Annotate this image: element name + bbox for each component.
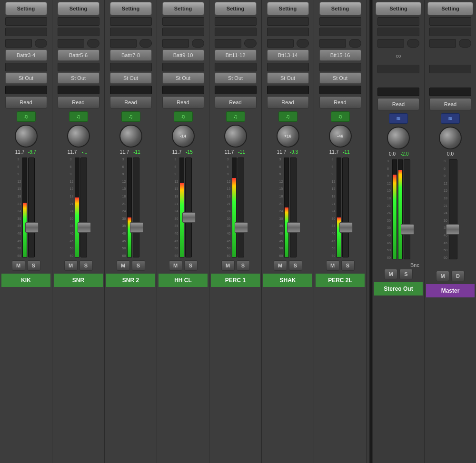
- plugin-slot-1-snr2[interactable]: [110, 17, 152, 26]
- plugin-slot-3-perc1[interactable]: [215, 63, 257, 71]
- setting-btn-snr[interactable]: Setting: [58, 2, 99, 15]
- plugin-slot-1-kik[interactable]: [5, 17, 47, 26]
- plugin-slot-2-perc1[interactable]: [215, 28, 257, 36]
- plugin-slot-2-perc2l[interactable]: [319, 28, 361, 36]
- plugin-slot-1-perc2l[interactable]: [319, 17, 361, 26]
- music-icon-btn-perc1[interactable]: ♫: [226, 111, 245, 122]
- mute-btn-perc1[interactable]: M: [221, 260, 235, 271]
- plugin-slot-1-shak[interactable]: [267, 17, 309, 26]
- setting-btn-hhcl[interactable]: Setting: [162, 2, 204, 15]
- read-btn-master[interactable]: Read: [429, 98, 471, 110]
- fader-handle-perc2l[interactable]: [339, 222, 353, 233]
- fader-handle-master[interactable]: [446, 224, 459, 235]
- mute-btn-kik[interactable]: M: [12, 260, 25, 271]
- knob-hhcl[interactable]: -14: [172, 125, 195, 148]
- small-round-stereo[interactable]: [407, 39, 419, 48]
- mute-btn-hhcl[interactable]: M: [169, 260, 182, 271]
- read-btn-snr2[interactable]: Read: [110, 96, 152, 108]
- output-btn-snr2[interactable]: St Out: [110, 72, 152, 84]
- plugin-slot-3-master[interactable]: [429, 65, 471, 73]
- channel-name-btn-hhcl[interactable]: Batt9-10: [162, 49, 204, 61]
- knob-master[interactable]: [439, 127, 462, 149]
- fader-handle-perc1[interactable]: [235, 222, 248, 233]
- small-round-kik[interactable]: [35, 39, 47, 48]
- setting-btn-stereo[interactable]: Setting: [376, 2, 421, 15]
- plugin-slot-3-snr[interactable]: [58, 63, 99, 71]
- small-round-perc2l[interactable]: [349, 39, 361, 48]
- music-icon-btn-snr[interactable]: ♫: [69, 111, 88, 122]
- solo-btn-snr2[interactable]: S: [132, 260, 145, 271]
- fader-track-hhcl[interactable]: [185, 158, 192, 257]
- read-btn-stereo[interactable]: Read: [377, 98, 419, 110]
- music-icon-btn-shak[interactable]: ♫: [278, 111, 298, 122]
- small-round-snr[interactable]: [87, 39, 99, 48]
- small-round-shak[interactable]: [297, 39, 309, 48]
- fader-handle-snr2[interactable]: [130, 222, 143, 233]
- channel-name-btn-perc2l[interactable]: Btt15-16: [319, 49, 361, 61]
- channel-name-btn-snr2[interactable]: Battr7-8: [110, 49, 152, 61]
- output-btn-snr[interactable]: St Out: [58, 72, 99, 84]
- knob-shak[interactable]: +16: [277, 125, 299, 148]
- fader-handle-shak[interactable]: [287, 222, 300, 233]
- channel-name-btn-kik[interactable]: Battr3-4: [5, 49, 47, 61]
- music-icon-btn-perc2l[interactable]: ♫: [331, 111, 350, 122]
- wave-icon-btn-master[interactable]: ≋: [441, 113, 460, 124]
- knob-kik[interactable]: [15, 125, 38, 148]
- mute-btn-stereo[interactable]: M: [384, 269, 397, 279]
- plugin-slot-2-snr2[interactable]: [110, 28, 152, 36]
- solo-btn-snr[interactable]: S: [79, 260, 93, 271]
- fader-track-perc2l[interactable]: [342, 158, 349, 257]
- output-btn-shak[interactable]: St Out: [267, 72, 309, 84]
- plugin-slot-3-snr2[interactable]: [110, 63, 152, 71]
- mute-btn-snr[interactable]: M: [64, 260, 78, 271]
- channel-name-btn-perc1[interactable]: Btt11-12: [215, 49, 257, 61]
- small-round-hhcl[interactable]: [192, 39, 204, 48]
- fader-track-master[interactable]: [449, 159, 457, 259]
- d-btn-master[interactable]: D: [451, 271, 465, 281]
- mute-btn-master[interactable]: M: [436, 271, 449, 281]
- output-btn-kik[interactable]: St Out: [5, 72, 47, 84]
- plugin-slot-3-shak[interactable]: [267, 63, 309, 71]
- setting-btn-snr2[interactable]: Setting: [110, 2, 152, 15]
- plugin-slot-2-snr[interactable]: [58, 28, 99, 36]
- wave-icon-btn-stereo[interactable]: ≋: [389, 113, 408, 124]
- small-round-snr2[interactable]: [139, 39, 152, 48]
- plugin-slot-2-shak[interactable]: [267, 28, 309, 36]
- knob-perc1[interactable]: [224, 125, 247, 148]
- plugin-slot-1-master[interactable]: [429, 17, 471, 26]
- read-btn-kik[interactable]: Read: [5, 96, 47, 108]
- plugin-slot-3-hhcl[interactable]: [162, 63, 204, 71]
- music-icon-btn-kik[interactable]: ♫: [17, 111, 36, 122]
- plugin-slot-2-kik[interactable]: [5, 28, 47, 36]
- music-icon-btn-snr2[interactable]: ♫: [121, 111, 140, 122]
- setting-btn-perc1[interactable]: Setting: [215, 2, 257, 15]
- fader-handle-kik[interactable]: [25, 222, 39, 233]
- fader-handle-snr[interactable]: [78, 222, 91, 233]
- small-round-master[interactable]: [459, 39, 471, 48]
- knob-perc2l[interactable]: -46: [329, 125, 352, 148]
- read-btn-perc2l[interactable]: Read: [319, 96, 361, 108]
- plugin-slot-3-perc2l[interactable]: [319, 63, 361, 71]
- channel-name-btn-shak[interactable]: Btt13-14: [267, 49, 309, 61]
- setting-btn-kik[interactable]: Setting: [5, 2, 47, 15]
- fader-handle-stereo[interactable]: [401, 224, 414, 235]
- setting-btn-perc2l[interactable]: Setting: [319, 2, 361, 15]
- fader-track-stereo[interactable]: [404, 159, 410, 259]
- setting-btn-master[interactable]: Setting: [427, 2, 473, 15]
- knob-stereo[interactable]: [387, 127, 410, 149]
- channel-name-btn-snr[interactable]: Battr5-6: [58, 49, 99, 61]
- read-btn-shak[interactable]: Read: [267, 96, 309, 108]
- mute-btn-snr2[interactable]: M: [117, 260, 130, 271]
- read-btn-hhcl[interactable]: Read: [162, 96, 204, 108]
- fader-track-snr[interactable]: [80, 158, 87, 257]
- knob-snr[interactable]: [67, 125, 90, 148]
- output-btn-perc2l[interactable]: St Out: [319, 72, 361, 84]
- plugin-slot-1-stereo[interactable]: [377, 17, 419, 26]
- solo-btn-perc1[interactable]: S: [237, 260, 250, 271]
- mute-btn-shak[interactable]: M: [274, 260, 287, 271]
- read-btn-perc1[interactable]: Read: [215, 96, 257, 108]
- fader-track-perc1[interactable]: [238, 158, 244, 257]
- plugin-slot-2-hhcl[interactable]: [162, 28, 204, 36]
- plugin-slot-3-kik[interactable]: [5, 63, 47, 71]
- setting-btn-shak[interactable]: Setting: [267, 2, 309, 15]
